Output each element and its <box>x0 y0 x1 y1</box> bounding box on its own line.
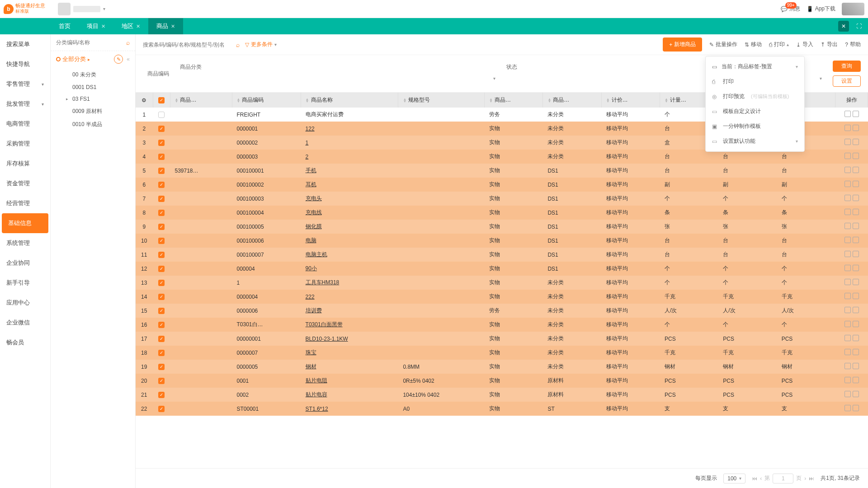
product-name-link[interactable]: 122 <box>306 126 315 132</box>
sidebar-item-资金管理[interactable]: 资金管理 <box>0 174 50 193</box>
edit-row-icon[interactable] <box>844 167 851 173</box>
prev-page-icon[interactable]: ‹ <box>760 475 762 482</box>
product-name-link[interactable]: 工具车HM318 <box>306 279 340 286</box>
product-name-link[interactable]: 充电头 <box>306 195 322 202</box>
sidebar-item-经营管理[interactable]: 经营管理 <box>0 193 50 213</box>
close-icon[interactable]: ✕ <box>171 23 175 29</box>
row-checkbox[interactable]: ✓ <box>158 294 165 300</box>
product-name-link[interactable]: 222 <box>306 294 315 300</box>
product-name-link[interactable]: 电脑主机 <box>306 251 327 258</box>
table-row[interactable]: 6✓000100002耳机实物DS1移动平均副副副 <box>136 178 868 192</box>
row-checkbox[interactable]: ✓ <box>158 252 165 258</box>
product-name-link[interactable]: 贴片电容 <box>306 391 327 398</box>
expand-icon[interactable]: ▸ <box>66 97 71 101</box>
tree-all-categories[interactable]: 全部分类 ▸ <box>56 55 90 63</box>
sort-icon[interactable]: ▲▼ <box>665 98 668 103</box>
product-name-link[interactable]: BLD10-23-1.1KW <box>306 336 348 342</box>
collapse-panel-icon[interactable]: « <box>127 56 130 62</box>
row-checkbox[interactable]: ✓ <box>158 112 165 118</box>
tree-item[interactable]: 0010 半成品 <box>63 118 135 131</box>
table-row[interactable]: 11✓000100007电脑主机实物DS1移动平均台台台 <box>136 248 868 262</box>
help-button[interactable]: ?帮助 <box>845 41 861 48</box>
product-name-link[interactable]: 钢材 <box>306 363 316 370</box>
tab-首页[interactable]: 首页 <box>51 18 79 34</box>
edit-row-icon[interactable] <box>844 321 851 327</box>
row-checkbox[interactable]: ✓ <box>158 224 165 230</box>
product-name-link[interactable]: 电脑 <box>306 237 316 244</box>
edit-row-icon[interactable] <box>844 195 851 201</box>
table-row[interactable]: 17✓00000001BLD10-23-1.1KW实物未分类移动平均PCSPCS… <box>136 332 868 346</box>
table-row[interactable]: 12✓00000490小实物DS1移动平均个个个 <box>136 262 868 276</box>
close-tab-icon[interactable]: ✕ <box>838 21 849 32</box>
more-row-icon[interactable] <box>853 405 859 411</box>
table-row[interactable]: 21✓0002贴片电容104±10% 0402实物原材料移动平均PCSPCSPC… <box>136 388 868 402</box>
product-name-link[interactable]: 珠宝 <box>306 349 316 356</box>
edit-row-icon[interactable] <box>844 139 851 145</box>
edit-row-icon[interactable] <box>844 125 851 131</box>
table-row[interactable]: 16✓T0301白…T0301白面黑带实物未分类移动平均个个个 <box>136 318 868 332</box>
product-name-link[interactable]: 手机 <box>306 167 316 174</box>
move-button[interactable]: ⇅移动 <box>745 41 762 48</box>
sidebar-item-基础信息[interactable]: 基础信息 <box>2 213 48 233</box>
row-checkbox[interactable]: ✓ <box>158 140 165 146</box>
filter-category-select[interactable]: ▾ <box>180 73 495 84</box>
more-row-icon[interactable] <box>853 363 859 369</box>
sidebar-item-批发管理[interactable]: 批发管理▾ <box>0 94 50 114</box>
table-row[interactable]: 9✓000100005钢化膜实物DS1移动平均张张张 <box>136 220 868 234</box>
dropdown-print[interactable]: ⎙ 打印 <box>706 74 804 89</box>
export-button[interactable]: ⤒导出 <box>821 41 838 48</box>
more-row-icon[interactable] <box>853 111 859 117</box>
more-row-icon[interactable] <box>853 195 859 201</box>
edit-row-icon[interactable] <box>844 251 851 257</box>
dropdown-template-custom[interactable]: ▭ 模板自定义设计 <box>706 104 804 119</box>
edit-row-icon[interactable] <box>844 237 851 243</box>
more-row-icon[interactable] <box>853 377 859 383</box>
sort-icon[interactable]: ▲▼ <box>489 98 493 103</box>
sidebar-item-搜索菜单[interactable]: 搜索菜单 <box>0 34 50 54</box>
search-icon[interactable]: ⌕ <box>126 39 130 46</box>
edit-row-icon[interactable] <box>844 363 851 369</box>
edit-row-icon[interactable] <box>844 265 851 271</box>
column-header[interactable]: ✓ <box>153 93 170 108</box>
table-row[interactable]: 5✓539718…000100001手机实物DS1移动平均台台台 <box>136 164 868 178</box>
column-header[interactable]: 操作 <box>835 93 868 108</box>
product-name-link[interactable]: 钢化膜 <box>306 223 322 230</box>
table-row[interactable]: 22✓ST00001ST1.6*12A0实物ST移动平均支支支 <box>136 402 868 416</box>
table-row[interactable]: 13✓1工具车HM318实物未分类移动平均个个个 <box>136 276 868 290</box>
tab-项目[interactable]: 项目✕ <box>79 18 113 34</box>
sort-icon[interactable]: ▲▼ <box>606 98 610 103</box>
sort-icon[interactable]: ▲▼ <box>547 98 551 103</box>
product-name-link[interactable]: 培训费 <box>306 307 322 314</box>
more-row-icon[interactable] <box>853 321 859 327</box>
sidebar-item-快捷导航[interactable]: 快捷导航 <box>0 54 50 74</box>
row-checkbox[interactable]: ✓ <box>158 154 165 160</box>
user-avatar[interactable] <box>842 3 864 15</box>
per-page-select[interactable]: 100 ▾ <box>723 474 745 483</box>
row-checkbox[interactable]: ✓ <box>158 378 165 384</box>
table-row[interactable]: 18✓0000007珠宝实物未分类移动平均千克千克千克 <box>136 346 868 360</box>
search-input[interactable] <box>143 42 233 48</box>
edit-row-icon[interactable] <box>844 349 851 355</box>
column-header[interactable]: ▲▼商品编码 <box>232 93 301 108</box>
add-product-button[interactable]: + 新增商品 <box>663 38 702 52</box>
tree-item[interactable]: 00 未分类 <box>63 68 135 81</box>
tree-item[interactable]: ▸03 FS1 <box>63 93 135 105</box>
table-row[interactable]: 7✓000100003充电头实物DS1移动平均个个个 <box>136 192 868 206</box>
column-header[interactable]: ⚙ <box>136 93 153 108</box>
row-checkbox[interactable]: ✓ <box>158 364 165 370</box>
messages-button[interactable]: 💬 99+ 消息 <box>781 5 800 13</box>
row-checkbox[interactable]: ✓ <box>158 238 165 244</box>
edit-row-icon[interactable] <box>844 223 851 229</box>
row-checkbox[interactable]: ✓ <box>158 308 165 314</box>
product-name-link[interactable]: 2 <box>306 154 309 160</box>
more-row-icon[interactable] <box>853 153 859 159</box>
sort-icon[interactable]: ▲▼ <box>175 98 179 103</box>
edit-row-icon[interactable] <box>844 279 851 285</box>
gear-icon[interactable]: ⚙ <box>142 97 146 103</box>
product-name-link[interactable]: 1 <box>306 140 309 146</box>
more-row-icon[interactable] <box>853 139 859 145</box>
dropdown-set-default[interactable]: ▭ 设置默认功能 ▾ <box>706 134 804 149</box>
sidebar-item-应用中心[interactable]: 应用中心 <box>0 293 50 313</box>
column-header[interactable]: ▲▼商品… <box>485 93 543 108</box>
more-row-icon[interactable] <box>853 223 859 229</box>
